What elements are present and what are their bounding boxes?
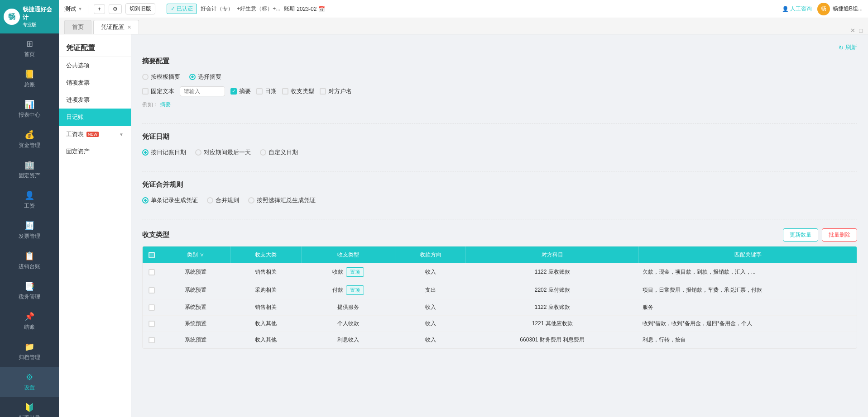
sidebar-item-settings[interactable]: ⚙ 设置: [0, 367, 59, 397]
payroll-icon: 👤: [24, 190, 34, 200]
counter-name-checkbox[interactable]: [320, 88, 326, 95]
sidebar: 畅 畅捷通好会计 专业版 ⊞ 首页 📒 总账 📊 报表中心 💰 资金管理 🏢 固…: [0, 0, 59, 417]
window-maximize-icon[interactable]: □: [859, 27, 863, 34]
sidebar-item-payroll[interactable]: 👤 工资: [0, 185, 59, 215]
sidebar-item-report[interactable]: 📊 报表中心: [0, 94, 59, 124]
menu-item-payroll[interactable]: 工资表 NEW ▼: [59, 126, 131, 143]
sidebar-item-invoice[interactable]: 🧾 发票管理: [0, 215, 59, 246]
checkbox-income-type[interactable]: 收支类型: [282, 87, 314, 95]
switch-version-button[interactable]: 切到旧版: [125, 3, 155, 14]
income-expense-table-wrapper: 类别 ∨ 收支大类 收支类型 收款方向 对方科目 匹配关键字: [142, 246, 857, 349]
sidebar-item-ledger[interactable]: 📒 总账: [0, 64, 59, 94]
radio-journal-date[interactable]: 按日记账日期: [142, 148, 186, 156]
td-keywords-2: 项目，日常费用，报销款，车费，承兑汇票，付款: [639, 281, 857, 299]
merge-rule-section: 凭证合并规则 单条记录生成凭证 合并规则 按照选择汇总生成凭证: [142, 180, 857, 204]
td-checkbox-3[interactable]: [143, 299, 161, 316]
content-wrapper: 凭证配置 公共选项 销项发票 进项发票 日记账 工资表 NEW ▼ 固定资产: [59, 34, 868, 417]
radio-single-record-input[interactable]: [142, 197, 149, 204]
radio-select-summary[interactable]: 选择摘要: [189, 73, 221, 81]
refresh-button[interactable]: ↻ 刷新: [839, 43, 857, 52]
settings-button[interactable]: ⚙: [109, 4, 122, 14]
menu-item-sales-invoice[interactable]: 销项发票: [59, 74, 131, 91]
voucher-date-section: 凭证日期 按日记账日期 对应期间最后一天 自定义日期: [142, 133, 857, 156]
tab-voucher-label: 凭证配置: [101, 23, 125, 31]
user-menu[interactable]: 畅 畅捷通B组...: [817, 3, 863, 15]
left-menu: 凭证配置 公共选项 销项发票 进项发票 日记账 工资表 NEW ▼ 固定资产: [59, 34, 131, 417]
merge-rule-radio-group: 单条记录生成凭证 合并规则 按照选择汇总生成凭证: [142, 196, 857, 204]
date-label: 日期: [265, 87, 277, 95]
settings-icon: ⚙: [26, 372, 33, 382]
radio-period-last-input[interactable]: [195, 149, 201, 156]
td-type-3: 提供服务: [301, 299, 395, 316]
switch-label: 切到旧版: [129, 5, 151, 13]
guide-icon: 🔰: [24, 403, 34, 412]
income-expense-title: 收支类型: [142, 231, 169, 239]
tab-home-label: 首页: [72, 23, 84, 31]
fixed-text-checkbox[interactable]: [142, 88, 149, 95]
radio-custom-date[interactable]: 自定义日期: [260, 148, 298, 156]
menu-item-fixed-assets[interactable]: 固定资产: [59, 143, 131, 160]
app-logo: 畅 畅捷通好会计 专业版: [0, 0, 59, 33]
gear-icon: ⚙: [113, 6, 118, 12]
sidebar-item-close[interactable]: 📌 结账: [0, 306, 59, 336]
radio-select-summary-input[interactable]: [189, 74, 196, 80]
tab-voucher-config[interactable]: 凭证配置 ✕: [93, 20, 139, 34]
menu-item-public[interactable]: 公共选项: [59, 57, 131, 74]
checkbox-summary[interactable]: 摘要: [230, 87, 251, 95]
sidebar-item-home[interactable]: ⊞ 首页: [0, 33, 59, 64]
sidebar-label-sales: 进销台账: [19, 263, 40, 270]
radio-template-summary-input[interactable]: [142, 74, 149, 80]
checkbox-counter-name[interactable]: 对方户名: [320, 87, 352, 95]
batch-delete-button[interactable]: 批量删除: [822, 228, 857, 242]
radio-journal-date-input[interactable]: [142, 149, 149, 156]
radio-single-record[interactable]: 单条记录生成凭证: [142, 196, 198, 204]
checkbox-date[interactable]: 日期: [256, 87, 277, 95]
td-checkbox-4[interactable]: [143, 316, 161, 332]
checkbox-fixed-text[interactable]: 固定文本: [142, 87, 174, 95]
td-major-1: 销售相关: [230, 263, 301, 281]
report-icon: 📊: [24, 100, 34, 109]
menu-item-purchase-invoice[interactable]: 进项发票: [59, 91, 131, 109]
radio-merge-rule-input[interactable]: [207, 197, 213, 204]
sidebar-item-tax[interactable]: 📑 税务管理: [0, 276, 59, 306]
window-close-icon[interactable]: ✕: [850, 27, 855, 34]
help-button[interactable]: 👤 人工咨询: [782, 5, 812, 13]
fixed-text-input[interactable]: [180, 86, 225, 96]
select-all-checkbox[interactable]: [149, 252, 155, 258]
sidebar-item-sales[interactable]: 📋 进销台账: [0, 246, 59, 276]
menu-item-journal[interactable]: 日记账: [59, 109, 131, 126]
radio-custom-date-input[interactable]: [260, 149, 266, 156]
sidebar-item-assets[interactable]: 🏢 固定资产: [0, 155, 59, 185]
pin-tag-2[interactable]: 置顶: [346, 285, 364, 295]
summary-checkbox[interactable]: [230, 88, 237, 95]
td-checkbox-1[interactable]: [143, 263, 161, 281]
sidebar-item-guide[interactable]: 🔰 新手引导: [0, 397, 59, 417]
radio-period-last[interactable]: 对应期间最后一天: [195, 148, 251, 156]
td-account-2: 2202 应付账款: [466, 281, 639, 299]
radio-aggregate-input[interactable]: [248, 197, 254, 204]
company-selector[interactable]: 测试 ▼: [64, 5, 82, 13]
sidebar-item-archive[interactable]: 📁 归档管理: [0, 336, 59, 367]
table-row: 系统预置 收入其他 个人收款 收入 1221 其他应收款 收到*借款，收到*备用…: [143, 316, 857, 332]
tab-home[interactable]: 首页: [64, 20, 91, 34]
extra-tags: +好生意（标）+...: [237, 5, 280, 13]
sidebar-label-ledger: 总账: [24, 81, 35, 89]
voucher-date-title: 凭证日期: [142, 133, 857, 141]
pin-tag-1[interactable]: 置顶: [346, 267, 364, 277]
menu-label-payroll: 工资表: [66, 130, 84, 138]
radio-template-summary[interactable]: 按模板摘要: [142, 73, 180, 81]
calendar-icon[interactable]: 📅: [318, 6, 325, 12]
topbar-divider-1: [88, 5, 88, 14]
date-checkbox[interactable]: [256, 88, 263, 95]
td-direction-4: 收入: [395, 316, 465, 332]
radio-aggregate[interactable]: 按照选择汇总生成凭证: [248, 196, 316, 204]
sidebar-item-fund[interactable]: 💰 资金管理: [0, 124, 59, 155]
td-checkbox-5[interactable]: [143, 332, 161, 348]
td-checkbox-2[interactable]: [143, 281, 161, 299]
add-button[interactable]: +: [94, 4, 105, 14]
update-count-button[interactable]: 更新数量: [783, 228, 818, 242]
tab-close-icon[interactable]: ✕: [127, 24, 131, 30]
th-checkbox[interactable]: [143, 246, 161, 263]
income-type-checkbox[interactable]: [282, 88, 288, 95]
radio-merge-rule[interactable]: 合并规则: [207, 196, 239, 204]
